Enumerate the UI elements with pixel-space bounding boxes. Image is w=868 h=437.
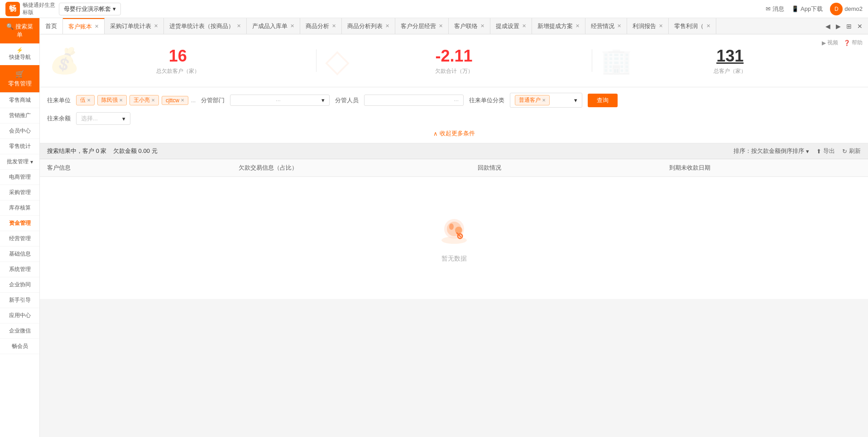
sidebar-search[interactable]: 🔍 搜索菜单 (0, 18, 39, 43)
filter-area: 往来单位 伍 ✕ 陈民强 ✕ 王小亮 ✕ (40, 87, 868, 143)
filter-dept-select[interactable]: ··· ▾ (230, 95, 330, 106)
sidebar-item-members[interactable]: 会员中心 (0, 124, 39, 139)
filter-tag-2-close[interactable]: ✕ (119, 98, 123, 103)
tab-close-prompt-settings[interactable]: ✕ (522, 23, 526, 29)
tab-next-btn[interactable]: ▶ (834, 22, 843, 31)
tab-close-customer-segment[interactable]: ✕ (439, 23, 443, 29)
message-button[interactable]: ✉ 消息 (766, 5, 784, 13)
tab-stock-stats[interactable]: 进货单统计表（按商品） ✕ (164, 18, 247, 34)
sidebar-item-enterprise-collab[interactable]: 企业协同 (0, 277, 39, 293)
sidebar-item-purchase[interactable]: 采购管理 (0, 185, 39, 200)
collapse-filter-btn[interactable]: ∧ 收起更多条件 (433, 129, 475, 138)
filter-tag-3[interactable]: 王小亮 ✕ (129, 95, 159, 105)
sidebar-item-operations[interactable]: 经营管理 (0, 231, 39, 247)
summary-card-customers: 💰 16 总欠款客户（家） (40, 42, 316, 80)
card3-value[interactable]: 131 (716, 46, 743, 66)
tab-close-production-stock-in[interactable]: ✕ (290, 23, 294, 29)
tab-close-customer-contact[interactable]: ✕ (480, 23, 484, 29)
sidebar-item-ecommerce[interactable]: 电商管理 (0, 170, 39, 185)
card2-value[interactable]: -2.11 (435, 46, 472, 66)
sidebar-item-vip-member[interactable]: 畅会员 (0, 339, 39, 354)
sidebar-item-retail-mall[interactable]: 零售商城 (0, 93, 39, 108)
card1-value[interactable]: 16 (169, 46, 187, 66)
table-header-repayment: 回款情况 (478, 164, 669, 172)
suite-selector[interactable]: 母婴行业演示帐套 ▾ (59, 3, 121, 15)
top-bar-left: 畅 畅捷通好生意 标版 母婴行业演示帐套 ▾ (5, 2, 121, 16)
filter-person-select[interactable]: ··· (364, 95, 464, 106)
tab-close-purchase-order-stats[interactable]: ✕ (154, 23, 158, 29)
unit-class-tag-close[interactable]: ✕ (542, 98, 546, 103)
retail-icon: 🛒 (15, 70, 24, 78)
tab-prev-btn[interactable]: ◀ (824, 22, 832, 31)
sidebar-item-new-guide[interactable]: 新手引导 (0, 293, 39, 308)
filter-tag-1-close[interactable]: ✕ (87, 98, 91, 103)
filter-tag-4-close[interactable]: ✕ (181, 98, 184, 103)
wholesale-expand-icon: ▾ (30, 159, 33, 165)
avatar: D (830, 3, 843, 15)
sidebar-item-app-center[interactable]: 应用中心 (0, 308, 39, 323)
tab-close-operations[interactable]: ✕ (617, 23, 621, 29)
refresh-button[interactable]: ↻ 刷新 (842, 147, 861, 155)
sidebar-item-marketing[interactable]: 营销推广 (0, 108, 39, 124)
query-button[interactable]: 查询 (588, 94, 618, 107)
tab-close-goods-analysis[interactable]: ✕ (332, 23, 336, 29)
tab-purchase-order-stats[interactable]: 采购订单统计表 ✕ (105, 18, 164, 34)
filter-row-1: 往来单位 伍 ✕ 陈民强 ✕ 王小亮 ✕ (47, 93, 861, 108)
tab-expand-btn[interactable]: ⊞ (844, 22, 854, 31)
tab-home[interactable]: 首页 (40, 18, 63, 34)
sidebar-item-inventory[interactable]: 库存核算 (0, 200, 39, 216)
tab-goods-analysis[interactable]: 商品分析 ✕ (300, 18, 342, 34)
tab-customer-segment[interactable]: 客户分层经营 ✕ (395, 18, 449, 34)
export-button[interactable]: ⬆ 导出 (816, 147, 835, 155)
sidebar-item-sys-mgmt[interactable]: 系统管理 (0, 262, 39, 277)
tab-close-profit-report[interactable]: ✕ (659, 23, 663, 29)
logo-area[interactable]: 畅 畅捷通好生意 标版 (5, 2, 55, 16)
tab-close-all-btn[interactable]: ✕ (855, 22, 864, 31)
sidebar-item-quick-nav[interactable]: ⚡ 快捷导航 (0, 43, 39, 65)
tab-operations[interactable]: 经营情况 ✕ (585, 18, 627, 34)
card1-bg-icon: 💰 (49, 46, 80, 76)
tab-retail-profit[interactable]: 零售利润（ ✕ (669, 18, 716, 34)
tab-close-goods-analysis-list[interactable]: ✕ (385, 23, 389, 29)
tab-customer-account[interactable]: 客户账本 ✕ (63, 18, 105, 34)
svg-point-3 (449, 223, 454, 230)
sidebar-item-retail[interactable]: 🛒 零售管理 (0, 65, 39, 93)
table-header-arrears-info: 欠款交易信息（占比） (239, 164, 478, 172)
filter-unit-class-label: 往来单位分类 (469, 96, 504, 104)
tab-close-retail-profit[interactable]: ✕ (706, 23, 710, 29)
user-menu[interactable]: D demo2 (830, 3, 863, 15)
unit-class-dropdown-icon: ▾ (574, 97, 577, 104)
sidebar-item-finance[interactable]: 资金管理 (0, 216, 39, 231)
app-download-button[interactable]: 📱 App下载 (791, 5, 823, 13)
data-table: 客户信息 欠款交易信息（占比） 回款情况 到期未收款日期 (40, 159, 868, 299)
filter-unit-class-select[interactable]: 普通客户 ✕ ▾ (510, 93, 582, 108)
tab-customer-contact[interactable]: 客户联络 ✕ (449, 18, 490, 34)
tab-new-prompt-plan[interactable]: 新增提成方案 ✕ (532, 18, 585, 34)
sidebar-item-base-info[interactable]: 基础信息 (0, 247, 39, 262)
filter-tag-1[interactable]: 伍 ✕ (76, 95, 95, 105)
suite-chevron-icon: ▾ (113, 5, 116, 12)
tab-profit-report[interactable]: 利润报告 ✕ (627, 18, 669, 34)
sidebar-item-enterprise-wechat[interactable]: 企业微信 (0, 323, 39, 339)
tab-goods-analysis-list[interactable]: 商品分析列表 ✕ (342, 18, 395, 34)
search-icon: 🔍 (6, 23, 14, 30)
sidebar-item-wholesale[interactable]: 批发管理 ▾ (0, 154, 39, 170)
filter-tag-4[interactable]: cjttcw ✕ (162, 96, 188, 105)
tab-close-new-prompt-plan[interactable]: ✕ (575, 23, 580, 29)
summary-card-total-customers: 🏢 131 总客户（家） (592, 42, 868, 80)
sort-select[interactable]: 排序：按欠款金额倒序排序 ▾ (734, 147, 809, 155)
filter-unit-label: 往来单位 (47, 96, 71, 104)
tab-prompt-settings[interactable]: 提成设置 ✕ (490, 18, 532, 34)
filter-tag-2[interactable]: 陈民强 ✕ (97, 95, 127, 105)
filter-tag-3-close[interactable]: ✕ (151, 98, 155, 103)
tab-close-customer-account[interactable]: ✕ (95, 24, 99, 29)
sidebar-item-retail-stats[interactable]: 零售统计 (0, 139, 39, 154)
main-layout: 🔍 搜索菜单 ⚡ 快捷导航 🛒 零售管理 零售商城 营销推广 会员中心 零售统计… (0, 18, 868, 437)
logo-icon: 畅 (5, 2, 20, 16)
unit-class-tag[interactable]: 普通客户 ✕ (515, 95, 550, 105)
filter-balance-select[interactable]: 选择... ▾ (76, 112, 130, 125)
balance-dropdown-icon: ▾ (122, 115, 125, 122)
tab-close-stock-stats[interactable]: ✕ (237, 23, 241, 29)
tab-production-stock-in[interactable]: 产成品入库单 ✕ (247, 18, 300, 34)
filter-tag-more[interactable]: ... (191, 97, 196, 104)
